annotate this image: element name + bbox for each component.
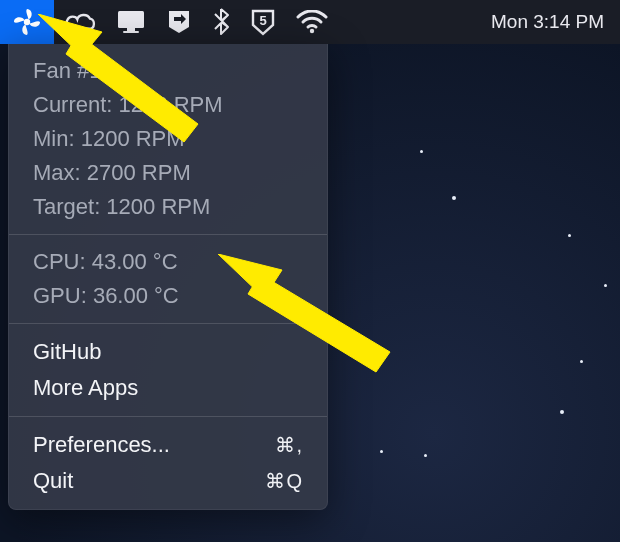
wifi-icon xyxy=(296,10,328,34)
fan-max: Max: 2700 RPM xyxy=(33,156,303,190)
app-menubar-item-1[interactable] xyxy=(156,0,202,44)
fan-icon xyxy=(11,6,43,38)
bluetooth-menubar-item[interactable] xyxy=(202,0,240,44)
fan-control-dropdown: Fan #1 Current: 1202 RPM Min: 1200 RPM M… xyxy=(8,44,328,510)
svg-rect-2 xyxy=(127,28,135,31)
menubar-right: Mon 3:14 PM xyxy=(491,11,612,33)
menubar-left: 5 xyxy=(0,0,338,44)
temps-section: CPU: 43.00 °C GPU: 36.00 °C xyxy=(9,235,327,324)
fan-control-menubar-item[interactable] xyxy=(0,0,54,44)
svg-rect-1 xyxy=(118,11,144,28)
svg-point-5 xyxy=(310,29,314,33)
quit-shortcut: ⌘Q xyxy=(265,463,303,499)
display-icon xyxy=(116,9,146,35)
fan-min: Min: 1200 RPM xyxy=(33,122,303,156)
menubar-clock[interactable]: Mon 3:14 PM xyxy=(491,11,612,33)
svg-text:5: 5 xyxy=(259,13,266,28)
cpu-temp: CPU: 43.00 °C xyxy=(33,245,303,279)
svg-rect-3 xyxy=(123,31,139,33)
quit-item[interactable]: Quit ⌘Q xyxy=(33,463,303,499)
shield-s-icon: 5 xyxy=(250,8,276,36)
preferences-item[interactable]: Preferences... ⌘, xyxy=(33,427,303,463)
app-menubar-item-2[interactable]: 5 xyxy=(240,0,286,44)
more-apps-link[interactable]: More Apps xyxy=(33,370,303,406)
preferences-label: Preferences... xyxy=(33,427,170,463)
preferences-shortcut: ⌘, xyxy=(275,427,303,463)
bluetooth-icon xyxy=(212,7,230,37)
display-menubar-item[interactable] xyxy=(106,0,156,44)
creative-cloud-menubar-item[interactable] xyxy=(54,0,106,44)
wifi-menubar-item[interactable] xyxy=(286,0,338,44)
fan-title: Fan #1 xyxy=(33,54,303,88)
fan-current: Current: 1202 RPM xyxy=(33,88,303,122)
fan-target: Target: 1200 RPM xyxy=(33,190,303,224)
menubar: 5 Mon 3:14 PM xyxy=(0,0,620,44)
fan-section: Fan #1 Current: 1202 RPM Min: 1200 RPM M… xyxy=(9,44,327,235)
svg-point-0 xyxy=(24,19,30,25)
gpu-temp: GPU: 36.00 °C xyxy=(33,279,303,313)
actions-section: Preferences... ⌘, Quit ⌘Q xyxy=(9,417,327,509)
links-section: GitHub More Apps xyxy=(9,324,327,417)
github-link[interactable]: GitHub xyxy=(33,334,303,370)
arrow-badge-icon xyxy=(166,9,192,35)
quit-label: Quit xyxy=(33,463,73,499)
creative-cloud-icon xyxy=(64,10,96,34)
